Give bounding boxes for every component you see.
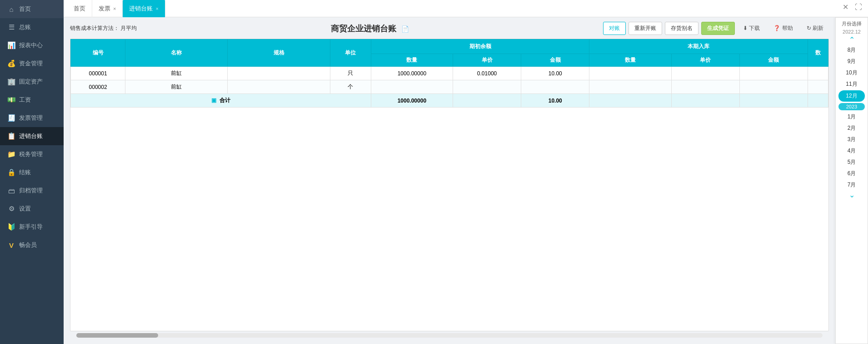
sidebar-item-purchase-ledger[interactable]: 📋 进销台账 [0,127,64,145]
sidebar-item-label: 发票管理 [19,114,43,122]
sidebar-item-archive[interactable]: 🗃 归档管理 [0,182,64,200]
cell-extra [808,80,828,94]
col-header-unit: 单位 [330,39,371,67]
scrollbar-thumb[interactable] [76,333,158,338]
month-item-3[interactable]: 3月 [836,134,868,145]
tab-invoice-close[interactable]: × [113,6,116,11]
tab-purchase-ledger-label: 进销台账 [129,5,153,13]
top-bar: 销售成本计算方法： 月平均 商贸企业进销台账 📄 对账 重新开账 存货别名 生成… [70,22,829,35]
total-extra [808,94,828,108]
refresh-button[interactable]: ↻ 刷新 [801,22,829,34]
refresh-icon: ↻ [807,25,811,31]
sidebar-item-vip[interactable]: V 畅会员 [0,236,64,254]
sidebar-item-label: 税务管理 [19,150,43,158]
cost-method-value: 月平均 [120,25,137,31]
month-item-9[interactable]: 9月 [836,56,868,67]
tab-purchase-ledger-close[interactable]: × [155,6,158,11]
sidebar-item-settings[interactable]: ⚙ 设置 [0,200,64,218]
cell-open-price [453,80,521,94]
cell-cur-qty [589,67,671,80]
download-button[interactable]: ⬇ 下载 [738,22,765,34]
window-maximize-button[interactable]: ⛶ [853,2,864,12]
tab-home[interactable]: 首页 [67,0,92,17]
month-selector-panel: 月份选择 2022.12 ⌃ 8月 9月 10月 11月 12月 2023 1月… [835,17,868,344]
tab-bar: 首页 发票 × 进销台账 × ✕ ⛶ [64,0,868,17]
ledger-icon: ☰ [7,23,15,31]
cell-cur-amount [739,67,808,80]
sidebar-item-payroll[interactable]: 💵 工资 [0,91,64,109]
year-2023-badge: 2023 [838,103,865,110]
content-with-panel: 销售成本计算方法： 月平均 商贸企业进销台账 📄 对账 重新开账 存货别名 生成… [64,17,868,344]
tab-invoice[interactable]: 发票 × [92,0,123,17]
sidebar-item-funds[interactable]: 💰 资金管理 [0,54,64,73]
sidebar-item-label: 报表中心 [19,41,43,49]
sidebar-item-ledger[interactable]: ☰ 总账 [0,18,64,36]
generate-voucher-button[interactable]: 生成凭证 [701,22,735,35]
month-item-7[interactable]: 7月 [836,179,868,191]
month-item-4[interactable]: 4月 [836,145,868,157]
month-item-11[interactable]: 11月 [836,79,868,90]
tax-icon: 📁 [7,150,15,158]
col-header-spec: 规格 [228,39,330,67]
cell-open-qty: 1000.00000 [371,67,453,80]
cell-spec [228,67,330,80]
reopen-button[interactable]: 重新开账 [629,22,662,35]
month-nav-down[interactable]: ⌄ [849,192,855,199]
help-button[interactable]: ❓ 帮助 [768,22,798,34]
table-header-row: 编号 名称 规格 单位 期初余额 本期入库 数 [71,39,828,54]
col-header-extra: 数 [808,39,828,67]
sidebar-item-home[interactable]: ⌂ 首页 [0,0,64,18]
sidebar-item-tax[interactable]: 📁 税务管理 [0,145,64,163]
month-item-10[interactable]: 10月 [836,67,868,79]
col-header-name: 名称 [125,39,228,67]
reconcile-button[interactable]: 对账 [603,22,626,35]
sidebar-item-invoice[interactable]: 🧾 发票管理 [0,109,64,127]
cell-name: 前缸 [125,80,228,94]
cost-method: 销售成本计算方法： 月平均 [70,25,137,32]
total-open-price [453,94,521,108]
col-sub-cur-price: 单价 [671,54,739,67]
guide-icon: 🔰 [7,223,15,231]
cell-unit: 个 [330,80,371,94]
tab-home-label: 首页 [74,5,85,13]
total-open-amount: 10.00 [521,94,589,108]
month-item-8[interactable]: 8月 [836,44,868,56]
horizontal-scrollbar[interactable] [76,333,823,338]
help-icon: ❓ [773,25,780,31]
sidebar: ⌂ 首页 ☰ 总账 📊 报表中心 💰 资金管理 🏢 固定资产 💵 工资 🧾 发票… [0,0,64,344]
cell-cur-qty [589,80,671,94]
sidebar-item-guide[interactable]: 🔰 新手引导 [0,218,64,236]
month-nav-up[interactable]: ⌃ [849,36,855,44]
sidebar-item-closing[interactable]: 🔒 结账 [0,163,64,182]
invoice-icon: 🧾 [7,114,15,122]
archive-icon: 🗃 [7,187,15,195]
tab-purchase-ledger[interactable]: 进销台账 × [123,0,165,17]
month-item-6[interactable]: 6月 [836,168,868,179]
sidebar-item-label: 新手引导 [19,223,43,231]
title-info-icon[interactable]: 📄 [401,25,409,33]
save-alias-button[interactable]: 存货别名 [665,22,698,35]
main-wrapper: 首页 发票 × 进销台账 × ✕ ⛶ 销售成本计算方法： 月平均 [64,0,868,344]
closing-icon: 🔒 [7,168,15,177]
month-item-5[interactable]: 5月 [836,157,868,168]
col-header-current-purchase: 本期入库 [589,39,808,54]
assets-icon: 🏢 [7,78,15,86]
main-table: 编号 名称 规格 单位 期初余额 本期入库 数 数量 单价 金额 数 [70,39,828,108]
total-label: 合计 [219,97,230,103]
sidebar-item-label: 总账 [19,23,31,31]
month-item-2[interactable]: 2月 [836,123,868,134]
sidebar-item-assets[interactable]: 🏢 固定资产 [0,73,64,91]
window-close-button[interactable]: ✕ [840,2,851,12]
cell-cur-price [671,67,739,80]
month-item-1[interactable]: 1月 [836,111,868,123]
main-content: 销售成本计算方法： 月平均 商贸企业进销台账 📄 对账 重新开账 存货别名 生成… [64,17,835,344]
sidebar-item-label: 首页 [19,5,31,13]
table-container: 编号 名称 规格 单位 期初余额 本期入库 数 数量 单价 金额 数 [70,39,829,331]
month-item-12[interactable]: 12月 [838,90,865,102]
cell-cur-amount [739,80,808,94]
sidebar-item-label: 工资 [19,96,31,104]
sidebar-item-label: 进销台账 [19,132,43,140]
sidebar-item-label: 结账 [19,168,31,177]
vip-icon: V [7,241,15,249]
sidebar-item-reports[interactable]: 📊 报表中心 [0,36,64,54]
